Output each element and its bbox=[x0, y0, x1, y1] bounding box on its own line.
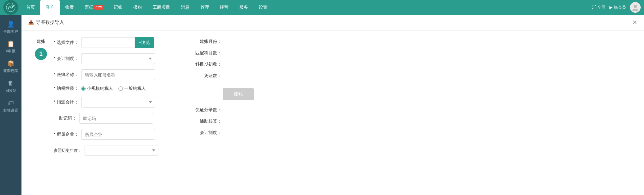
ledger-row: * 账簿名称： bbox=[54, 69, 181, 80]
file-text-input[interactable] bbox=[81, 37, 135, 48]
step-badge: 1 bbox=[35, 48, 47, 60]
tax-radio1[interactable] bbox=[81, 86, 86, 91]
tags-icon: 🏷 bbox=[8, 100, 14, 107]
company-label: * 所属企业： bbox=[54, 131, 79, 137]
history-select[interactable] bbox=[85, 145, 158, 156]
ledger-label: * 账簿名称： bbox=[54, 72, 79, 78]
nav-items: 首页 客户 收费 票据 new 记账 报税 工商项目 消息 管理 经营 服务 设… bbox=[21, 0, 592, 15]
voucher-row: 凭证数： bbox=[195, 73, 282, 79]
panel-title: 📥 导爷数据导入 bbox=[28, 19, 64, 25]
play-icon: ▶ bbox=[609, 5, 612, 10]
nav-operation[interactable]: 经营 bbox=[214, 0, 234, 15]
top-navigation: 首页 客户 收费 票据 new 记账 报税 工商项目 消息 管理 经营 服务 设… bbox=[0, 0, 644, 15]
nav-manage[interactable]: 管理 bbox=[195, 0, 214, 15]
tax-radio-group: 小规模纳税人 一般纳税人 bbox=[81, 85, 146, 91]
nav-message[interactable]: 消息 bbox=[176, 0, 195, 15]
nav-bookkeep[interactable]: 记账 bbox=[108, 0, 128, 15]
file-row: * 选择文件： +浏览 bbox=[54, 37, 181, 48]
close-button[interactable]: ✕ bbox=[632, 19, 637, 26]
sidebar-item-all-customers[interactable]: 👤 全部客户 bbox=[0, 17, 21, 37]
history-row: 参照历史年度： bbox=[54, 145, 181, 156]
nav-tax[interactable]: 报税 bbox=[128, 0, 147, 15]
nav-invoice[interactable]: 票据 new bbox=[79, 0, 108, 15]
tax-radio2[interactable] bbox=[118, 86, 123, 91]
sidebar-item-tags[interactable]: 🏷 标签设置 bbox=[0, 96, 21, 116]
tax-label: * 纳税性质： bbox=[54, 85, 79, 91]
declaration-icon: 📋 bbox=[7, 41, 14, 48]
nav-business[interactable]: 工商项目 bbox=[147, 0, 176, 15]
aux-row: 辅助核算： bbox=[195, 118, 282, 124]
user-avatar[interactable] bbox=[630, 2, 641, 13]
assign-select[interactable] bbox=[81, 97, 155, 108]
sidebar: 👤 全部客户 📋 0申报 📦 账套迁移 🗑 回收站 🏷 标签设置 bbox=[0, 15, 21, 195]
nav-charge[interactable]: 收费 bbox=[60, 0, 79, 15]
aux-label: 辅助核算： bbox=[195, 118, 221, 124]
sidebar-item-migrate[interactable]: 📦 账套迁移 bbox=[0, 57, 21, 77]
company-input[interactable] bbox=[81, 129, 155, 140]
all-customers-icon: 👤 bbox=[7, 21, 14, 28]
form-container: 建账 1 * 选择文件： +浏览 bbox=[21, 30, 644, 162]
month-label: 建账月份： bbox=[195, 39, 221, 45]
build-account-button[interactable]: 建账 bbox=[223, 88, 254, 100]
import-icon: 📥 bbox=[28, 20, 34, 25]
assign-label: * 指派会计： bbox=[54, 99, 79, 105]
nav-settings[interactable]: 设置 bbox=[253, 0, 273, 15]
nav-service[interactable]: 服务 bbox=[234, 0, 253, 15]
ledger-input[interactable] bbox=[81, 69, 155, 80]
svg-point-3 bbox=[632, 9, 638, 11]
fullscreen-icon: ⛶ bbox=[592, 5, 596, 10]
file-input-group: +浏览 bbox=[81, 37, 154, 48]
assign-row: * 指派会计： bbox=[54, 97, 181, 108]
main-layout: 👤 全部客户 📋 0申报 📦 账套迁移 🗑 回收站 🏷 标签设置 📥 导爷数据导… bbox=[0, 15, 644, 195]
browse-button[interactable]: +浏览 bbox=[135, 37, 154, 48]
nav-home[interactable]: 首页 bbox=[21, 0, 40, 15]
nav-customer[interactable]: 客户 bbox=[40, 0, 60, 15]
content-area: 📥 导爷数据导入 ✕ 建账 1 * 选择文件： bbox=[21, 15, 644, 195]
memo-row: 助记码： bbox=[54, 113, 181, 124]
migrate-icon: 📦 bbox=[7, 60, 14, 68]
member-button[interactable]: ▶ 畅会员 bbox=[609, 5, 626, 10]
company-row: * 所属企业： bbox=[54, 129, 181, 140]
right-accounting-label: 会计制度： bbox=[195, 130, 221, 136]
trash-icon: 🗑 bbox=[8, 80, 14, 87]
month-row: 建账月份： bbox=[195, 39, 282, 45]
period-label: 科目期初数： bbox=[195, 61, 221, 67]
form-fields: * 选择文件： +浏览 * 会计制度： bbox=[54, 37, 181, 156]
period-row: 科目期初数： bbox=[195, 61, 282, 67]
nav-right-area: ⛶ 全屏 ▶ 畅会员 bbox=[592, 2, 641, 13]
app-logo bbox=[3, 0, 18, 15]
tax-row: * 纳税性质： 小规模纳税人 一般纳税人 bbox=[54, 85, 181, 91]
memo-label: 助记码： bbox=[54, 115, 77, 121]
sidebar-item-trash[interactable]: 🗑 回收站 bbox=[0, 76, 21, 96]
file-label: * 选择文件： bbox=[54, 40, 79, 46]
accounting-row: * 会计制度： bbox=[54, 53, 181, 64]
accounting-label: * 会计制度： bbox=[54, 56, 79, 62]
tax-option2[interactable]: 一般纳税人 bbox=[118, 85, 146, 91]
new-badge: new bbox=[94, 5, 103, 10]
tax-option1[interactable]: 小规模纳税人 bbox=[81, 85, 113, 91]
match-row: 匹配科目数： bbox=[195, 50, 282, 56]
svg-point-1 bbox=[12, 5, 14, 7]
voucher-entries-row: 凭证分录数： bbox=[195, 107, 282, 113]
memo-input[interactable] bbox=[79, 113, 153, 124]
step-label-text: 建账 bbox=[37, 39, 45, 45]
accounting-select[interactable] bbox=[81, 53, 155, 64]
history-label: 参照历史年度： bbox=[54, 148, 82, 153]
right-accounting-row: 会计制度： bbox=[195, 130, 282, 136]
svg-point-2 bbox=[634, 5, 637, 8]
form-left: 建账 1 * 选择文件： +浏览 bbox=[35, 37, 181, 156]
voucher-entries-label: 凭证分录数： bbox=[195, 107, 221, 113]
fullscreen-button[interactable]: ⛶ 全屏 bbox=[592, 5, 605, 10]
match-label: 匹配科目数： bbox=[195, 50, 221, 56]
panel-header: 📥 导爷数据导入 ✕ bbox=[21, 15, 644, 30]
sidebar-item-declaration[interactable]: 📋 0申报 bbox=[0, 37, 21, 57]
voucher-label: 凭证数： bbox=[195, 73, 221, 79]
info-panel: 建账月份： 匹配科目数： 科目期初数： 凭证数： 建账 bbox=[195, 37, 282, 156]
